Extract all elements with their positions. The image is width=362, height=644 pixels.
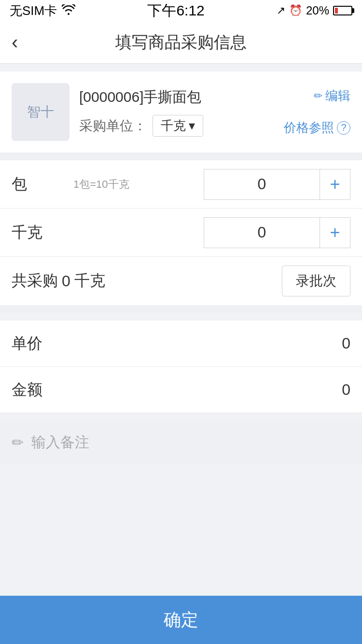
bag-input-row: 包 1包=10千克 + xyxy=(0,160,362,209)
help-icon: ? xyxy=(337,121,350,135)
input-section: 包 1包=10千克 + 千克 + xyxy=(0,160,362,257)
product-name: [0000006]手撕面包 xyxy=(79,87,201,107)
location-icon: ↗ xyxy=(277,4,285,17)
bag-unit-label: 1包=10千克 xyxy=(73,177,129,192)
kg-input-row: 千克 + xyxy=(0,209,362,257)
record-batch-button[interactable]: 录批次 xyxy=(282,266,350,296)
unit-select[interactable]: 千克 ▾ xyxy=(153,115,203,137)
bag-label: 包 xyxy=(12,174,70,195)
status-left: 无SIM卡 xyxy=(10,2,75,19)
total-label: 共采购 0 千克 xyxy=(12,270,105,292)
amount-label: 金额 xyxy=(12,379,42,401)
carrier-label: 无SIM卡 xyxy=(10,2,57,19)
kg-input-right: + xyxy=(204,217,350,248)
amount-value: 0 xyxy=(342,381,350,399)
section-divider-1 xyxy=(0,153,362,160)
page-title: 填写商品采购信息 xyxy=(115,31,247,54)
remark-section[interactable]: ✏ 输入备注 xyxy=(0,421,362,464)
status-bar: 无SIM卡 下午6:12 ↗ ⏰ 20% xyxy=(0,0,362,21)
confirm-button[interactable]: 确定 xyxy=(0,596,362,644)
unit-price-row: 单价 0 xyxy=(0,321,362,367)
status-right: ↗ ⏰ 20% xyxy=(277,4,352,17)
kg-label: 千克 xyxy=(12,222,70,243)
product-card: 智十 [0000006]手撕面包 ✏ 编辑 采购单位： 千克 ▾ xyxy=(0,71,362,153)
section-divider-2 xyxy=(0,305,362,313)
bag-input-right: + xyxy=(204,169,350,200)
amount-row: 金额 0 xyxy=(0,367,362,413)
time-label: 下午6:12 xyxy=(147,1,204,21)
bag-plus-button[interactable]: + xyxy=(320,169,350,200)
product-image: 智十 xyxy=(12,83,70,141)
kg-plus-button[interactable]: + xyxy=(320,217,350,248)
product-logo-text: 智十 xyxy=(27,103,54,121)
bag-quantity-input[interactable] xyxy=(204,169,320,200)
edit-icon: ✏ xyxy=(314,90,322,102)
remark-placeholder: 输入备注 xyxy=(31,433,89,452)
battery-icon xyxy=(333,6,352,15)
product-unit: 采购单位： 千克 ▾ xyxy=(79,115,203,137)
edit-button[interactable]: ✏ 编辑 xyxy=(314,87,350,104)
nav-bar: ‹ 填写商品采购信息 xyxy=(0,21,362,64)
unit-price-label: 单价 xyxy=(12,333,42,354)
battery-percent: 20% xyxy=(306,4,329,17)
wifi-icon xyxy=(62,3,75,18)
unit-price-value: 0 xyxy=(342,335,350,352)
main-content: 智十 [0000006]手撕面包 ✏ 编辑 采购单位： 千克 ▾ xyxy=(0,71,362,522)
pencil-icon: ✏ xyxy=(12,434,24,451)
price-section: 单价 0 金额 0 xyxy=(0,321,362,413)
back-button[interactable]: ‹ xyxy=(12,31,18,53)
product-info: [0000006]手撕面包 ✏ 编辑 采购单位： 千克 ▾ 价格参照 ? xyxy=(79,87,350,137)
dropdown-arrow-icon: ▾ xyxy=(189,118,195,133)
kg-quantity-input[interactable] xyxy=(204,217,320,248)
alarm-icon: ⏰ xyxy=(289,4,302,17)
price-ref-button[interactable]: 价格参照 ? xyxy=(284,119,350,136)
total-row: 共采购 0 千克 录批次 xyxy=(0,257,362,305)
